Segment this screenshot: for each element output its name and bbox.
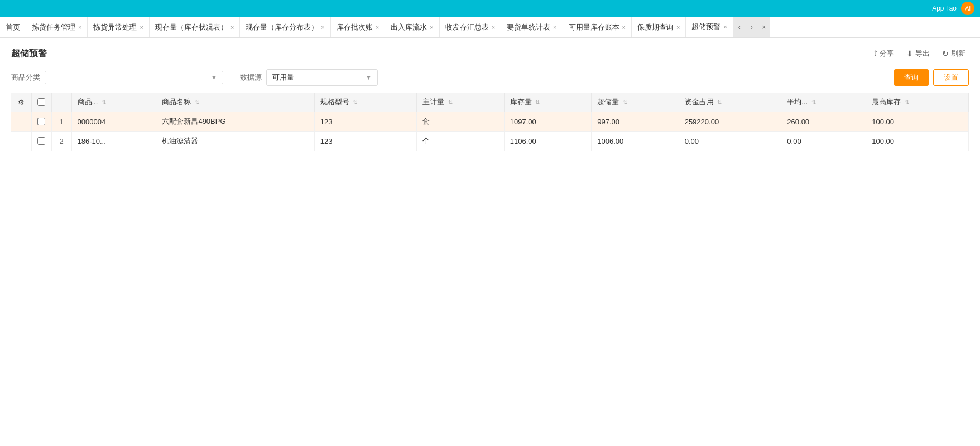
share-button[interactable]: ⤴ 分享 — [870, 46, 897, 61]
nav-overstock[interactable]: 超储预警 × — [686, 17, 733, 38]
row-gear-1 — [11, 132, 31, 151]
nav-stock-status-close[interactable]: × — [230, 24, 234, 31]
nav-task[interactable]: 拣货任务管理 × — [26, 17, 88, 38]
row-unit-0: 套 — [417, 112, 504, 132]
nav-next[interactable]: › — [746, 17, 758, 38]
row-maxstock-1: 100.00 — [866, 132, 969, 151]
table-body: 1 0000004 六配套新昌490BPG 123 套 1097.00 997.… — [11, 112, 969, 151]
settings-button[interactable]: 设置 — [933, 69, 969, 86]
nav-order-stat-close[interactable]: × — [553, 24, 556, 31]
row-maxstock-0: 100.00 — [866, 112, 969, 132]
row-code-1: 186-10... — [71, 132, 156, 151]
avatar[interactable]: Ai — [961, 2, 974, 15]
nav-stock-status[interactable]: 现存量（库存状况表） × — [150, 17, 240, 38]
nav-quality-close[interactable]: × — [676, 24, 680, 31]
nav-available[interactable]: 可用量库存账本 × — [563, 17, 632, 38]
row-num-1: 2 — [51, 132, 71, 151]
nav-bar: 首页 拣货任务管理 × 拣货异常处理 × 现存量（库存状况表） × 现存量（库存… — [0, 17, 980, 38]
nav-task-close[interactable]: × — [78, 24, 81, 31]
sort-icon-capital: ⇅ — [717, 99, 722, 105]
nav-collect[interactable]: 收发存汇总表 × — [440, 17, 501, 38]
col-code[interactable]: 商品... ⇅ — [71, 93, 156, 112]
nav-stock-dist-close[interactable]: × — [321, 24, 324, 31]
category-filter-group: 商品分类 ▼ — [11, 71, 223, 84]
filter-buttons: 查询 设置 — [894, 69, 969, 86]
row-checkbox-0[interactable] — [31, 112, 51, 132]
row-overstock-0: 997.00 — [592, 112, 679, 132]
page-title: 超储预警 — [11, 48, 47, 60]
nav-available-close[interactable]: × — [622, 24, 626, 31]
row-checkbox-1[interactable] — [31, 132, 51, 151]
row-gear-0 — [11, 112, 31, 132]
refresh-icon: ↻ — [942, 49, 949, 58]
nav-stock-dist[interactable]: 现存量（库存分布表） × — [240, 17, 330, 38]
nav-inout-close[interactable]: × — [430, 24, 433, 31]
col-spec[interactable]: 规格型号 ⇅ — [314, 93, 417, 112]
col-unit[interactable]: 主计量 ⇅ — [417, 93, 504, 112]
nav-abnormal[interactable]: 拣货异常处理 × — [88, 17, 149, 38]
page-header: 超储预警 ⤴ 分享 ⬇ 导出 ↻ 刷新 — [11, 46, 969, 61]
nav-abnormal-close[interactable]: × — [140, 24, 143, 31]
nav-inout[interactable]: 出入库流水 × — [385, 17, 439, 38]
nav-overstock-close[interactable]: × — [723, 23, 727, 30]
sort-icon-name: ⇅ — [195, 99, 199, 105]
table-header-row: ⚙ 商品... ⇅ 商品名称 ⇅ 规格型号 ⇅ — [11, 93, 969, 112]
nav-quality[interactable]: 保质期查询 × — [632, 17, 686, 38]
nav-more[interactable]: × — [758, 17, 770, 38]
col-overstock[interactable]: 超储量 ⇅ — [592, 93, 679, 112]
row-name-1: 机油滤清器 — [156, 132, 314, 151]
col-gear[interactable]: ⚙ — [11, 93, 31, 112]
nav-prev[interactable]: ‹ — [733, 17, 746, 38]
col-name[interactable]: 商品名称 ⇅ — [156, 93, 314, 112]
row-avg-1: 0.00 — [781, 132, 866, 151]
datasource-value: 可用量 — [272, 72, 294, 83]
category-label: 商品分类 — [11, 72, 40, 83]
nav-batch-close[interactable]: × — [376, 24, 379, 31]
row-avg-0: 260.00 — [781, 112, 866, 132]
row-select-checkbox-0[interactable] — [37, 118, 45, 125]
row-capital-1: 0.00 — [679, 132, 781, 151]
sort-icon-unit: ⇅ — [448, 99, 453, 105]
row-select-checkbox-1[interactable] — [37, 137, 45, 145]
datasource-select[interactable]: 可用量 ▼ — [266, 69, 378, 86]
row-overstock-1: 1006.00 — [592, 132, 679, 151]
data-table: ⚙ 商品... ⇅ 商品名称 ⇅ 规格型号 ⇅ — [11, 93, 969, 151]
row-capital-0: 259220.00 — [679, 112, 781, 132]
row-spec-0: 123 — [314, 112, 417, 132]
top-bar: App Tao Ai — [0, 0, 980, 17]
category-select[interactable]: ▼ — [45, 71, 223, 84]
page-content: 超储预警 ⤴ 分享 ⬇ 导出 ↻ 刷新 商品分类 ▼ 数据源 — [0, 38, 980, 446]
row-name-0: 六配套新昌490BPG — [156, 112, 314, 132]
sort-icon-overstock: ⇅ — [623, 99, 627, 105]
nav-order-stat[interactable]: 要货单统计表 × — [501, 17, 563, 38]
row-stock-1: 1106.00 — [504, 132, 591, 151]
col-stock[interactable]: 库存量 ⇅ — [504, 93, 591, 112]
sort-icon-spec: ⇅ — [353, 99, 357, 105]
row-unit-1: 个 — [417, 132, 504, 151]
sort-icon-maxstock: ⇅ — [905, 99, 909, 105]
select-all-checkbox[interactable] — [37, 98, 45, 106]
table-row: 2 186-10... 机油滤清器 123 个 1106.00 1006.00 … — [11, 132, 969, 151]
export-icon: ⬇ — [906, 49, 913, 58]
filter-section: 商品分类 ▼ 数据源 可用量 ▼ 查询 设置 — [11, 69, 969, 86]
col-rownum — [51, 93, 71, 112]
col-checkbox[interactable] — [31, 93, 51, 112]
sort-icon-avg: ⇅ — [811, 99, 816, 105]
row-num-0: 1 — [51, 112, 71, 132]
share-icon: ⤴ — [873, 49, 877, 58]
col-maxstock[interactable]: 最高库存 ⇅ — [866, 93, 969, 112]
datasource-chevron-icon: ▼ — [366, 74, 372, 81]
query-button[interactable]: 查询 — [894, 69, 929, 86]
sort-icon-stock: ⇅ — [535, 99, 540, 105]
nav-collect-close[interactable]: × — [492, 24, 495, 31]
datasource-filter-group: 数据源 可用量 ▼ — [240, 69, 378, 86]
header-actions: ⤴ 分享 ⬇ 导出 ↻ 刷新 — [870, 46, 969, 61]
sort-icon-code: ⇅ — [102, 99, 106, 105]
refresh-button[interactable]: ↻ 刷新 — [939, 46, 969, 61]
col-capital[interactable]: 资金占用 ⇅ — [679, 93, 781, 112]
export-button[interactable]: ⬇ 导出 — [903, 46, 933, 61]
nav-batch[interactable]: 库存批次账 × — [331, 17, 385, 38]
row-code-0: 0000004 — [71, 112, 156, 132]
col-avg[interactable]: 平均... ⇅ — [781, 93, 866, 112]
nav-home[interactable]: 首页 — [0, 17, 26, 38]
